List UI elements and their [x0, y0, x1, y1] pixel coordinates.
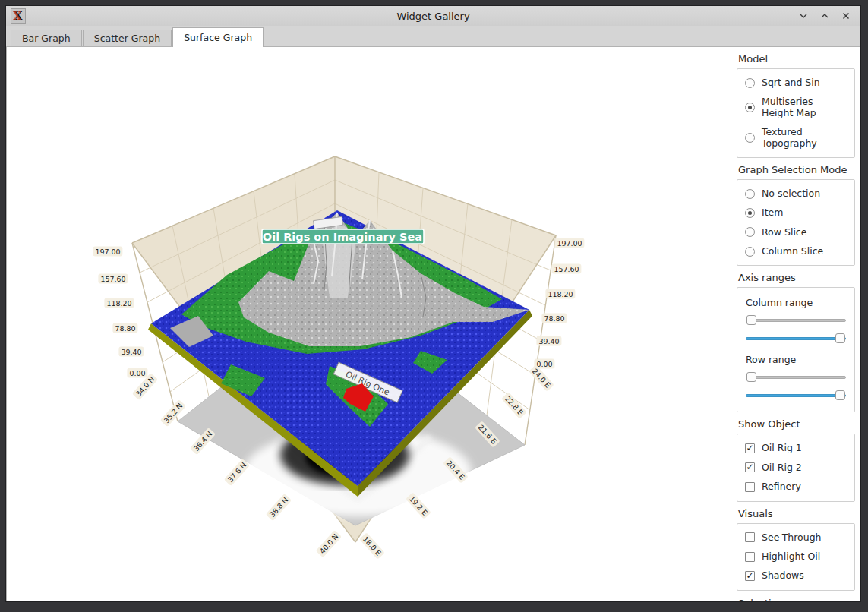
checkbox-icon [745, 482, 755, 492]
checkbox-icon [745, 443, 755, 453]
surface-3d-chart[interactable]: Oil Rigs on Imaginary Sea Oil Rig One 19… [7, 47, 728, 601]
axis-tick: 78.80 [541, 314, 567, 323]
tab-scatter-graph[interactable]: Scatter Graph [83, 30, 172, 46]
selection-mode-section-title: Graph Selection Mode [738, 164, 854, 175]
window-controls [798, 11, 860, 21]
radio-label: Multiseries Height Map [762, 96, 847, 118]
axis-tick: 157.60 [551, 264, 581, 274]
column-range-label: Column range [746, 297, 846, 308]
radio-sqrt-and-sin[interactable]: Sqrt and Sin [745, 77, 847, 88]
chevron-up-icon [820, 11, 829, 21]
radio-icon [745, 103, 755, 112]
axis-tick: 0.00 [127, 368, 147, 378]
radio-column-slice[interactable]: Column Slice [745, 246, 847, 257]
checkbox-see-through[interactable]: See-Through [745, 532, 847, 543]
axis-tick: 157.60 [98, 274, 128, 284]
maximize-button[interactable] [819, 11, 830, 21]
radio-icon [745, 189, 755, 199]
row-range-min-slider[interactable] [746, 371, 846, 383]
selection-label: Selection: [738, 598, 854, 601]
axis-tick: 197.00 [93, 247, 122, 257]
slider-handle[interactable] [835, 333, 845, 343]
tab-bar: Bar Graph Scatter Graph Surface Graph [6, 26, 860, 46]
radio-icon [745, 133, 755, 143]
checkbox-label: Highlight Oil [762, 551, 820, 562]
radio-icon [745, 227, 755, 237]
checkbox-icon [745, 552, 755, 562]
visuals-section-title: Visuals [738, 508, 854, 519]
slider-track[interactable] [746, 319, 846, 322]
checkbox-icon [745, 532, 755, 542]
row-range-label: Row range [746, 354, 846, 365]
slider-handle[interactable] [835, 390, 845, 400]
tab-label: Surface Graph [184, 32, 252, 43]
controls-sidebar: Model Sqrt and Sin Multiseries Height Ma… [737, 52, 855, 601]
radio-label: No selection [762, 188, 820, 199]
tab-surface-graph[interactable]: Surface Graph [172, 27, 264, 47]
axis-tick: 39.40 [118, 347, 144, 357]
radio-label: Column Slice [762, 246, 823, 257]
checkbox-label: See-Through [762, 532, 822, 543]
checkbox-label: Refinery [762, 481, 801, 492]
checkbox-icon [745, 462, 755, 472]
checkbox-label: Oil Rig 1 [762, 443, 802, 453]
model-groupbox: Sqrt and Sin Multiseries Height Map Text… [737, 68, 855, 158]
radio-icon [745, 78, 755, 88]
radio-label: Item [762, 207, 783, 218]
axis-ranges-section-title: Axis ranges [738, 272, 854, 283]
checkbox-oil-rig-1[interactable]: Oil Rig 1 [745, 443, 847, 453]
window-title: Widget Gallery [6, 11, 860, 22]
model-section-title: Model [738, 53, 854, 65]
radio-item[interactable]: Item [745, 207, 847, 218]
app-window: X X Widget Gallery [5, 5, 861, 602]
radio-label: Sqrt and Sin [762, 77, 820, 88]
show-object-groupbox: Oil Rig 1 Oil Rig 2 Refinery [737, 434, 855, 501]
axis-tick: 78.80 [112, 323, 137, 333]
chart-title: Oil Rigs on Imaginary Sea [263, 231, 422, 243]
chart-title-banner: Oil Rigs on Imaginary Sea [262, 229, 424, 244]
slider-handle[interactable] [746, 372, 756, 382]
axis-ranges-groupbox: Column range Row range [737, 287, 855, 412]
tab-label: Scatter Graph [94, 33, 160, 44]
radio-row-slice[interactable]: Row Slice [745, 227, 847, 238]
checkbox-label: Oil Rig 2 [762, 462, 802, 473]
slider-track[interactable] [746, 337, 846, 340]
chevron-down-icon [799, 11, 808, 21]
close-button[interactable] [841, 11, 851, 21]
checkbox-shadows[interactable]: Shadows [745, 570, 847, 581]
slider-track[interactable] [746, 394, 846, 397]
checkbox-icon [745, 571, 755, 581]
selection-mode-groupbox: No selection Item Row Slice Column Slice [737, 179, 855, 267]
axis-tick: 118.20 [545, 289, 575, 299]
close-icon [841, 11, 851, 21]
slider-handle[interactable] [746, 315, 756, 325]
radio-no-selection[interactable]: No selection [745, 188, 847, 199]
axis-tick: 197.00 [554, 238, 584, 248]
axis-tick: 118.20 [104, 298, 134, 308]
radio-label: Textured Topography [762, 127, 847, 149]
radio-textured-topography[interactable]: Textured Topography [745, 127, 847, 149]
radio-icon [745, 208, 755, 218]
show-object-section-title: Show Object [738, 418, 854, 430]
slider-track[interactable] [746, 376, 846, 379]
checkbox-refinery[interactable]: Refinery [745, 481, 847, 492]
minimize-button[interactable] [798, 11, 809, 21]
axis-tick: 39.40 [536, 336, 561, 346]
tab-label: Bar Graph [22, 33, 71, 44]
title-bar: X X Widget Gallery [6, 6, 860, 26]
column-range-max-slider[interactable] [746, 333, 846, 344]
surface-graph-pane: Oil Rigs on Imaginary Sea Oil Rig One 19… [6, 46, 860, 601]
column-range-min-slider[interactable] [746, 314, 846, 326]
visuals-groupbox: See-Through Highlight Oil Shadows [737, 523, 855, 591]
radio-label: Row Slice [762, 227, 806, 238]
checkbox-label: Shadows [762, 570, 804, 581]
checkbox-highlight-oil[interactable]: Highlight Oil [745, 551, 847, 562]
radio-icon [745, 247, 755, 257]
tab-bar-graph[interactable]: Bar Graph [11, 30, 82, 46]
radio-multiseries-height-map[interactable]: Multiseries Height Map [745, 96, 847, 118]
checkbox-oil-rig-2[interactable]: Oil Rig 2 [745, 462, 847, 473]
row-range-max-slider[interactable] [746, 390, 846, 401]
